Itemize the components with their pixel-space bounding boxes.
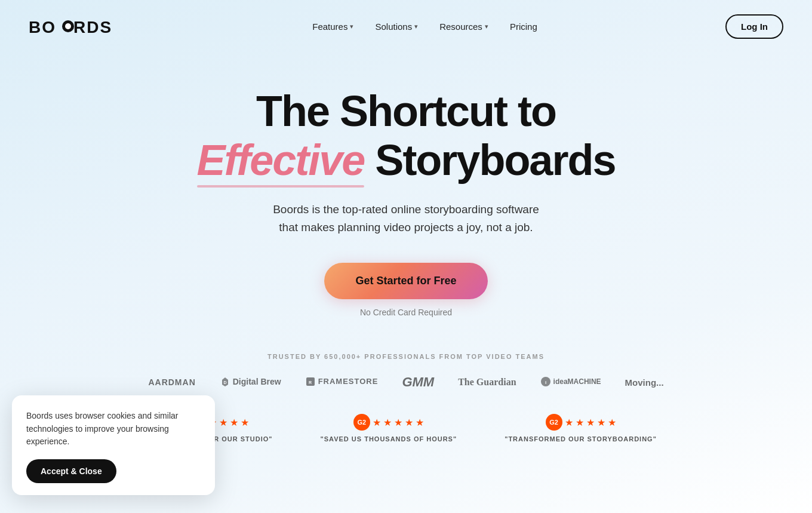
nav-item-features[interactable]: Features ▾ <box>304 17 362 36</box>
nav-resources-label: Resources <box>439 21 482 32</box>
star-3-4: ★ <box>597 417 605 428</box>
star-3-1: ★ <box>565 417 573 428</box>
features-chevron-icon: ▾ <box>350 23 353 30</box>
star-2-3: ★ <box>394 417 402 428</box>
brand-framestore: R Framestore <box>305 376 379 389</box>
review-quote-2: "SAVED US THOUSANDS OF HOURS" <box>320 435 457 443</box>
svg-text:RDS: RDS <box>73 18 112 36</box>
brand-guardian: The Guardian <box>458 377 516 388</box>
star-3-5: ★ <box>608 417 616 428</box>
logo-svg: BO RDS <box>29 15 124 38</box>
nav-item-resources[interactable]: Resources ▾ <box>431 17 497 36</box>
svg-text:R: R <box>309 380 312 385</box>
trust-label: TRUSTED BY 650,000+ PROFESSIONALS FROM T… <box>36 353 776 360</box>
hero-headline-line1: The Shortcut to <box>197 88 616 135</box>
g2-badge-2: G2 <box>353 414 370 431</box>
nav-item-solutions[interactable]: Solutions ▾ <box>367 17 426 36</box>
digital-brew-icon: D <box>220 376 230 387</box>
svg-text:D: D <box>223 380 226 385</box>
resources-chevron-icon: ▾ <box>485 23 488 30</box>
star-2-5: ★ <box>416 417 424 428</box>
star-2-2: ★ <box>383 417 392 428</box>
cookie-banner: Boords uses browser cookies and similar … <box>12 395 215 495</box>
nav-features-label: Features <box>312 21 347 32</box>
nav-solutions-label: Solutions <box>375 21 412 32</box>
nav-links: Features ▾ Solutions ▾ Resources ▾ Prici… <box>304 17 545 36</box>
svg-text:i: i <box>545 380 546 385</box>
idea-machine-icon: i <box>540 376 551 387</box>
hero-subtext: Boords is the top-rated online storyboar… <box>273 201 539 237</box>
cta-button[interactable]: Get Started for Free <box>324 263 487 299</box>
review-quote-3: "TRANSFORMED OUR STORYBOARDING" <box>505 435 657 443</box>
brand-idea-machine: i ideaMACHINE <box>540 376 601 389</box>
g2-badge-3: G2 <box>546 414 562 431</box>
hero-sub-line2: that makes planning video projects a joy… <box>279 221 533 234</box>
no-credit-card-text: No Credit Card Required <box>360 308 452 317</box>
nav-item-pricing[interactable]: Pricing <box>502 17 546 36</box>
nav-pricing-label: Pricing <box>510 21 537 32</box>
solutions-chevron-icon: ▾ <box>414 23 418 30</box>
review-block-2: G2 ★ ★ ★ ★ ★ "SAVED US THOUSANDS OF HOUR… <box>320 414 457 443</box>
brand-aardman: AARDMAN <box>148 377 195 387</box>
hero-effective-word: Effective <box>197 137 365 184</box>
login-button[interactable]: Log In <box>725 14 783 39</box>
brand-moving: Moving... <box>625 377 664 388</box>
brand-gmm: GMM <box>402 374 434 390</box>
logo[interactable]: BO RDS <box>29 15 124 38</box>
star-2-1: ★ <box>373 417 381 428</box>
svg-text:BO: BO <box>29 18 56 36</box>
hero-sub-line1: Boords is the top-rated online storyboar… <box>273 203 539 216</box>
hero-headline-line2: Effective Storyboards <box>197 137 616 184</box>
star-2-4: ★ <box>405 417 413 428</box>
hero-storyboards-word: Storyboards <box>364 136 615 184</box>
review-stars-3: G2 ★ ★ ★ ★ ★ <box>546 414 616 431</box>
review-block-3: G2 ★ ★ ★ ★ ★ "TRANSFORMED OUR STORYBOARD… <box>505 414 657 443</box>
brand-logo-row: AARDMAN D Digital Brew R <box>36 374 776 390</box>
hero-headline: The Shortcut to Effective Storyboards <box>197 88 616 201</box>
cookie-text: Boords uses browser cookies and similar … <box>26 410 201 449</box>
navbar: BO RDS Features ▾ Solutions ▾ Resources … <box>0 0 812 53</box>
cookie-accept-button[interactable]: Accept & Close <box>26 459 116 483</box>
star-1-4: ★ <box>230 417 238 428</box>
review-stars-2: G2 ★ ★ ★ ★ ★ <box>353 414 424 431</box>
framestore-icon: R <box>305 376 316 387</box>
brand-digital-brew: D Digital Brew <box>220 376 281 389</box>
star-1-5: ★ <box>241 417 249 428</box>
svg-point-2 <box>65 23 71 29</box>
trust-bar: TRUSTED BY 650,000+ PROFESSIONALS FROM T… <box>12 353 800 390</box>
star-1-3: ★ <box>219 417 227 428</box>
star-3-3: ★ <box>586 417 595 428</box>
star-3-2: ★ <box>576 417 584 428</box>
